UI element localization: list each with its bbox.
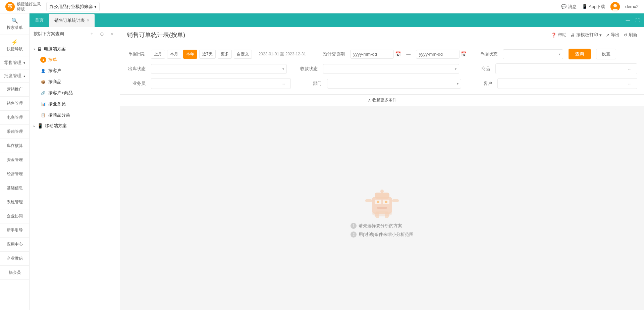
payment-status-select[interactable]	[323, 64, 459, 74]
sidebar-item-ecommerce[interactable]: 电商管理	[0, 111, 29, 125]
scheme-item-by-goods[interactable]: 📦 按商品	[31, 76, 118, 87]
filter-row-1: 单据日期 上月 本月 本年 近7天 更多 自定义 2023-01-01 至 20…	[127, 49, 637, 59]
date-btn-this-year[interactable]: 本年	[183, 50, 197, 59]
goods-input-wrap: ···	[495, 63, 637, 74]
expected-delivery-end: 📅	[416, 50, 467, 59]
sidebar-item-enterprise[interactable]: 企业协同	[0, 209, 29, 223]
sidebar-item-marketing[interactable]: 营销推广	[0, 83, 29, 97]
refresh-button[interactable]: ↺ 刷新	[624, 32, 637, 38]
search-icon: 🔍	[11, 17, 18, 24]
page-header: 销售订单统计表(按单) ❓ 帮助 🖨 按模板打印 ▾ ↗	[120, 27, 644, 43]
left-panel-header: 按以下方案查询 ＋ ⊙ «	[30, 27, 120, 41]
account-selector[interactable]: 办公用品行业模拟账套 ▾	[46, 2, 100, 11]
scheme-item-by-category[interactable]: 📋 按商品分类	[31, 110, 118, 120]
out-status-select[interactable]	[151, 64, 287, 74]
date-btn-last-month[interactable]: 上月	[151, 50, 165, 59]
app-download-button[interactable]: 📱 App下载	[582, 4, 605, 10]
sidebar-item-operations[interactable]: 经营管理	[0, 167, 29, 181]
sidebar-item-search[interactable]: 🔍 搜索菜单	[0, 13, 29, 35]
sidebar-item-finance[interactable]: 资金管理	[0, 153, 29, 167]
salesperson-input[interactable]	[154, 81, 279, 86]
tab-sales-order-stats[interactable]: 销售订单统计表 ×	[49, 14, 95, 27]
department-select[interactable]	[327, 79, 461, 89]
goods-input[interactable]	[498, 66, 625, 71]
sidebar-item-wholesale[interactable]: 批发管理 ▴	[0, 69, 29, 83]
messages-button[interactable]: 💬 消息	[561, 4, 577, 10]
sidebar-item-corpwechat[interactable]: 企业微信	[0, 252, 29, 266]
collapse-label: 收起更多条件	[372, 97, 396, 103]
scheme-item-by-customer[interactable]: 👤 按客户	[31, 65, 118, 76]
scheme-item-label: 按单	[48, 57, 57, 63]
expected-delivery-start-input[interactable]	[350, 50, 394, 59]
scheme-group-desktop: ▾ 🖥 电脑端方案 ● 按单 👤 按客户	[30, 44, 120, 120]
help-button[interactable]: ❓ 帮助	[551, 32, 567, 38]
scheme-item-by-customer-goods[interactable]: 🔗 按客户+商品	[31, 88, 118, 98]
empty-text: 1 请先选择要分析的方案 2 用[过滤]条件来缩小分析范围	[351, 223, 413, 238]
chevron-down-icon: ▾	[23, 61, 25, 65]
date-btn-custom[interactable]: 自定义	[234, 50, 252, 59]
salesperson-more-icon[interactable]: ···	[279, 80, 288, 88]
sidebar-item-system[interactable]: 系统管理	[0, 195, 29, 209]
goods-label: 商品	[471, 66, 490, 72]
status-select[interactable]	[503, 49, 563, 59]
avatar[interactable]	[610, 2, 620, 11]
sidebar-item-label: 销售管理	[7, 101, 23, 106]
scheme-item-by-salesperson[interactable]: 📊 按业务员	[31, 99, 118, 109]
template-print-button[interactable]: 🖨 按模板打印 ▾	[571, 32, 602, 38]
sidebar-item-label: 采购管理	[7, 129, 23, 135]
collapse-panel-button[interactable]: «	[108, 30, 116, 38]
refresh-icon: ↺	[624, 33, 627, 38]
chevron-down-icon: ▾	[599, 33, 602, 38]
calendar-end-icon[interactable]: 📅	[461, 51, 467, 57]
scheme-group-desktop-header[interactable]: ▾ 🖥 电脑端方案	[30, 44, 120, 54]
collapse-bar[interactable]: ∧ 收起更多条件	[120, 95, 644, 106]
plus-icon: ＋	[90, 31, 94, 37]
customer-input[interactable]	[500, 81, 625, 86]
sidebar-item-inventory[interactable]: 库存核算	[0, 139, 29, 153]
goods-more-icon[interactable]: ···	[625, 65, 634, 73]
sidebar-item-basic[interactable]: 基础信息	[0, 181, 29, 195]
scheme-group-mobile-header[interactable]: ▸ 📱 移动端方案	[30, 121, 120, 131]
empty-state: 1 请先选择要分析的方案 2 用[过滤]条件来缩小分析范围	[120, 106, 644, 310]
quicknav-icon: ⚡	[11, 39, 18, 45]
scheme-item-label: 按业务员	[48, 101, 66, 107]
tab-home[interactable]: 首页	[30, 13, 49, 27]
scheme-item-by-order[interactable]: ● 按单	[31, 54, 118, 65]
sidebar-item-newbie[interactable]: 新手引导	[0, 223, 29, 238]
date-btn-more[interactable]: 更多	[218, 50, 232, 59]
left-panel: 按以下方案查询 ＋ ⊙ « ▾ �	[30, 27, 120, 310]
expected-delivery-end-input[interactable]	[416, 50, 460, 59]
sidebar-item-quicknav[interactable]: ⚡ 快捷导航	[0, 35, 29, 56]
scheme-item-label: 按商品	[48, 79, 61, 85]
settings-scheme-button[interactable]: ⊙	[98, 30, 106, 38]
sidebar-item-label: 库存核算	[7, 143, 23, 149]
sidebar-item-sales[interactable]: 销售管理	[0, 97, 29, 111]
sidebar-item-label: 资金管理	[7, 157, 23, 163]
goods-icon: 📦	[40, 79, 46, 85]
export-button[interactable]: ↗ 导出	[606, 32, 620, 38]
sidebar-item-label: 畅会员	[9, 270, 21, 275]
reset-button[interactable]: 设置	[596, 49, 616, 59]
minimize-button[interactable]: —	[624, 16, 632, 24]
sidebar-item-members[interactable]: 畅会员	[0, 266, 29, 280]
date-range-text: 2023-01-01 至 2023-12-31	[259, 51, 306, 57]
sidebar-item-label: 经营管理	[7, 171, 23, 177]
user-name[interactable]: demo2	[625, 4, 639, 9]
sidebar-item-appcenter[interactable]: 应用中心	[0, 238, 29, 252]
calendar-icon[interactable]: 📅	[395, 51, 401, 57]
sidebar-item-retail[interactable]: 零售管理 ▾	[0, 56, 29, 69]
sidebar-item-label: 搜索菜单	[7, 25, 23, 31]
customer-more-icon[interactable]: ···	[625, 80, 634, 88]
department-select-wrap: ▾	[327, 79, 461, 89]
export-icon: ↗	[606, 33, 609, 38]
tab-close-icon[interactable]: ×	[87, 18, 89, 23]
date-label: 单据日期	[127, 51, 146, 57]
maximize-button[interactable]: ⛶	[633, 16, 641, 24]
chevron-right-icon: ▸	[34, 124, 35, 128]
sidebar-item-purchase[interactable]: 采购管理	[0, 125, 29, 139]
date-btn-this-month[interactable]: 本月	[167, 50, 181, 59]
add-scheme-button[interactable]: ＋	[88, 30, 96, 38]
search-button[interactable]: 查询	[569, 49, 591, 59]
main-layout: 🔍 搜索菜单 ⚡ 快捷导航 零售管理 ▾ 批发管理 ▴ 营销推广 销售管理 电商…	[0, 13, 644, 310]
date-btn-last-7-days[interactable]: 近7天	[199, 50, 216, 59]
